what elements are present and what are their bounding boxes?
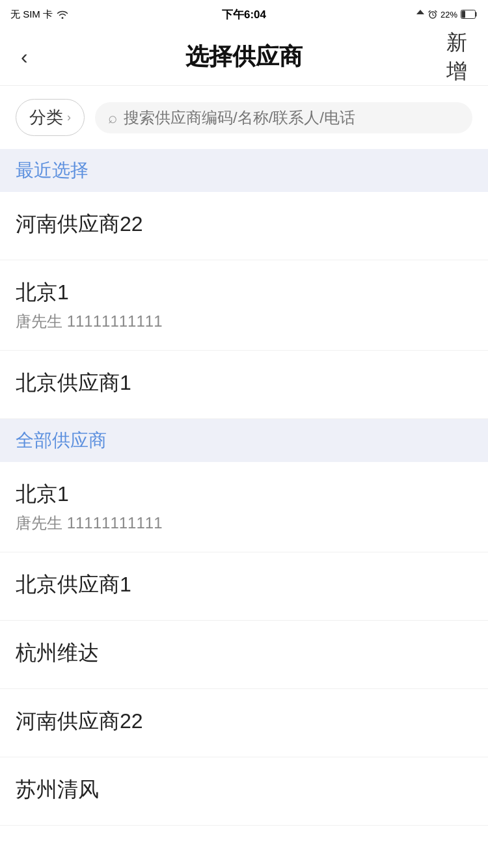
sim-label: 无 SIM 卡 [10, 8, 53, 21]
item-name: 北京供应商1 [16, 571, 472, 599]
wifi-icon [57, 10, 68, 19]
all-items-list: 北京1唐先生 11111111111北京供应商1杭州维达河南供应商22苏州清风 [0, 462, 488, 826]
category-label: 分类 [29, 106, 63, 129]
list-item[interactable]: 北京1唐先生 11111111111 [0, 260, 488, 351]
item-name: 北京供应商1 [16, 369, 472, 398]
item-name: 河南供应商22 [16, 210, 472, 239]
add-button[interactable]: 新增 [428, 29, 467, 86]
status-left: 无 SIM 卡 [10, 8, 68, 21]
category-button[interactable]: 分类 › [16, 99, 85, 136]
list-item[interactable]: 河南供应商22 [0, 192, 488, 260]
filter-bar: 分类 › ⌕ [0, 86, 488, 149]
list-item[interactable]: 北京供应商1 [0, 351, 488, 419]
status-right: 22% [416, 10, 478, 20]
item-name: 杭州维达 [16, 639, 472, 668]
recent-section-header: 最近选择 [0, 149, 488, 192]
item-name: 北京1 [16, 278, 472, 307]
nav-bar: ‹ 选择供应商 新增 [0, 29, 488, 86]
search-input[interactable] [124, 109, 459, 127]
chevron-right-icon: › [67, 111, 71, 124]
alarm-icon [428, 10, 437, 19]
list-item[interactable]: 杭州维达 [0, 621, 488, 689]
search-box[interactable]: ⌕ [95, 102, 472, 133]
battery-label: 22% [441, 10, 457, 20]
list-item[interactable]: 北京1唐先生 11111111111 [0, 462, 488, 552]
list-item[interactable]: 苏州清风 [0, 757, 488, 826]
item-name: 苏州清风 [16, 776, 472, 804]
battery-icon [461, 10, 478, 19]
recent-items-list: 河南供应商22北京1唐先生 11111111111北京供应商1 [0, 192, 488, 419]
svg-rect-2 [462, 11, 466, 18]
status-bar: 无 SIM 卡 下午6:04 22% [0, 0, 488, 29]
item-name: 北京1 [16, 480, 472, 509]
search-icon: ⌕ [108, 109, 117, 127]
location-icon [416, 10, 425, 19]
item-name: 河南供应商22 [16, 707, 472, 736]
list-item[interactable]: 北京供应商1 [0, 552, 488, 621]
item-sub: 唐先生 11111111111 [16, 311, 472, 332]
item-sub: 唐先生 11111111111 [16, 513, 472, 534]
all-section-header: 全部供应商 [0, 419, 488, 462]
back-button[interactable]: ‹ [21, 45, 60, 69]
page-title: 选择供应商 [60, 41, 428, 73]
list-item[interactable]: 河南供应商22 [0, 689, 488, 757]
status-time: 下午6:04 [222, 7, 266, 22]
